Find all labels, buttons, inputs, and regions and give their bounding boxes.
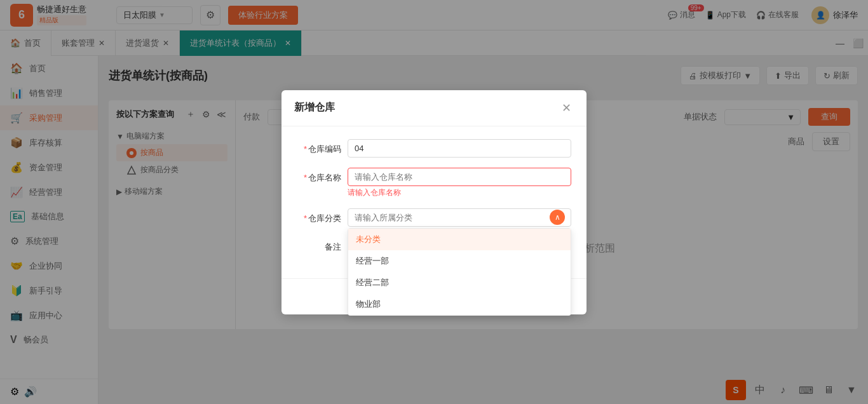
category-input[interactable] <box>348 208 571 227</box>
modal-overlay[interactable]: 新增仓库 ✕ 仓库编码 仓库名称 请输入仓库名称 仓库分类 <box>0 0 868 404</box>
category-label: 仓库分类 <box>297 208 348 224</box>
name-field: 请输入仓库名称 <box>348 168 571 198</box>
form-row-code: 仓库编码 <box>297 139 571 158</box>
note-label: 备注 <box>297 237 348 253</box>
name-label: 仓库名称 <box>297 168 348 184</box>
modal-header: 新增仓库 ✕ <box>281 90 587 126</box>
name-error-msg: 请输入仓库名称 <box>348 187 571 198</box>
form-row-name: 仓库名称 请输入仓库名称 <box>297 168 571 198</box>
modal-body: 仓库编码 仓库名称 请输入仓库名称 仓库分类 ∧ <box>281 126 587 278</box>
dropdown-item-dept2[interactable]: 经营二部 <box>348 272 571 293</box>
category-toggle-button[interactable]: ∧ <box>550 210 565 225</box>
dropdown-item-dept1[interactable]: 经营一部 <box>348 250 571 272</box>
code-label: 仓库编码 <box>297 139 348 155</box>
dropdown-item-uncategorized[interactable]: 未分类 <box>348 229 571 250</box>
code-field <box>348 139 571 158</box>
modal-close-button[interactable]: ✕ <box>559 100 574 116</box>
category-dropdown: 未分类 经营一部 经营二部 物业部 <box>348 228 571 316</box>
form-row-category: 仓库分类 ∧ 未分类 经营一部 经营二部 物业部 <box>297 208 571 227</box>
dropdown-item-property[interactable]: 物业部 <box>348 293 571 315</box>
name-input[interactable] <box>348 168 571 186</box>
modal-add-warehouse: 新增仓库 ✕ 仓库编码 仓库名称 请输入仓库名称 仓库分类 <box>281 90 587 314</box>
category-field: ∧ 未分类 经营一部 经营二部 物业部 <box>348 208 571 227</box>
code-input[interactable] <box>348 139 571 158</box>
modal-title: 新增仓库 <box>294 101 335 114</box>
